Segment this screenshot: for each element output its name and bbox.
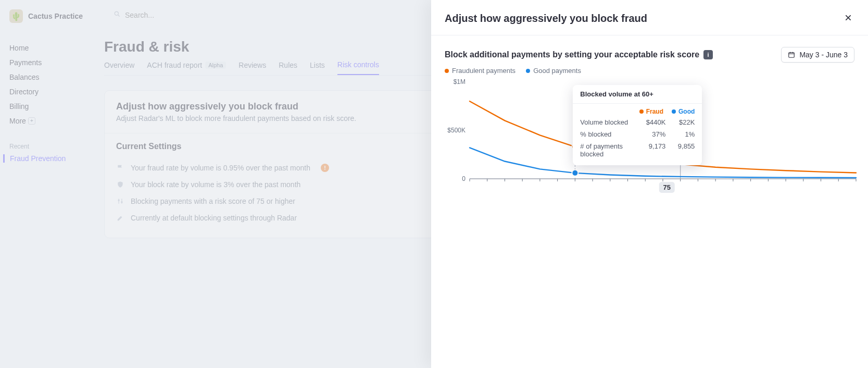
dot-icon [526, 69, 530, 73]
adjust-fraud-panel: Adjust how aggressively you block fraud … [431, 0, 868, 368]
svg-rect-4 [789, 53, 795, 57]
calendar-icon [788, 51, 795, 58]
chart-tooltip: Blocked volume at 60+ Fraud Good Volume … [573, 85, 702, 165]
tooltip-title: Blocked volume at 60+ [573, 85, 702, 104]
date-range-label: May 3 - June 3 [799, 51, 848, 59]
tooltip-row-count: # of payments blocked 9,173 9,855 [573, 140, 702, 160]
legend-label: Good payments [533, 67, 581, 75]
legend-good: Good payments [526, 67, 581, 75]
threshold-slider-handle[interactable]: 75 [659, 182, 674, 193]
date-range-button[interactable]: May 3 - June 3 [781, 47, 854, 63]
tooltip-legend-fraud: Fraud [639, 108, 663, 115]
close-icon [844, 14, 852, 22]
dot-icon [445, 69, 449, 73]
panel-title: Adjust how aggressively you block fraud [445, 13, 647, 24]
close-button[interactable] [842, 11, 854, 26]
panel-subheading: Block additional payments by setting you… [445, 50, 699, 59]
tooltip-row-volume: Volume blocked $440K $22K [573, 116, 702, 128]
svg-text:$500K: $500K [447, 127, 466, 134]
legend-fraud: Fraudulent payments [445, 67, 515, 75]
svg-point-35 [572, 170, 578, 176]
svg-text:0: 0 [462, 175, 466, 182]
tooltip-legend-good: Good [672, 108, 695, 115]
overlay[interactable] [0, 0, 431, 368]
legend-label: Fraudulent payments [452, 67, 515, 75]
svg-text:$1M: $1M [454, 79, 466, 85]
tooltip-row-percent: % blocked 37% 1% [573, 128, 702, 140]
chart-legend: Fraudulent payments Good payments [431, 63, 868, 75]
info-icon[interactable]: i [703, 50, 713, 59]
chart: $1M$500K0 75 Blocked volume at 60+ Fraud… [431, 75, 868, 193]
